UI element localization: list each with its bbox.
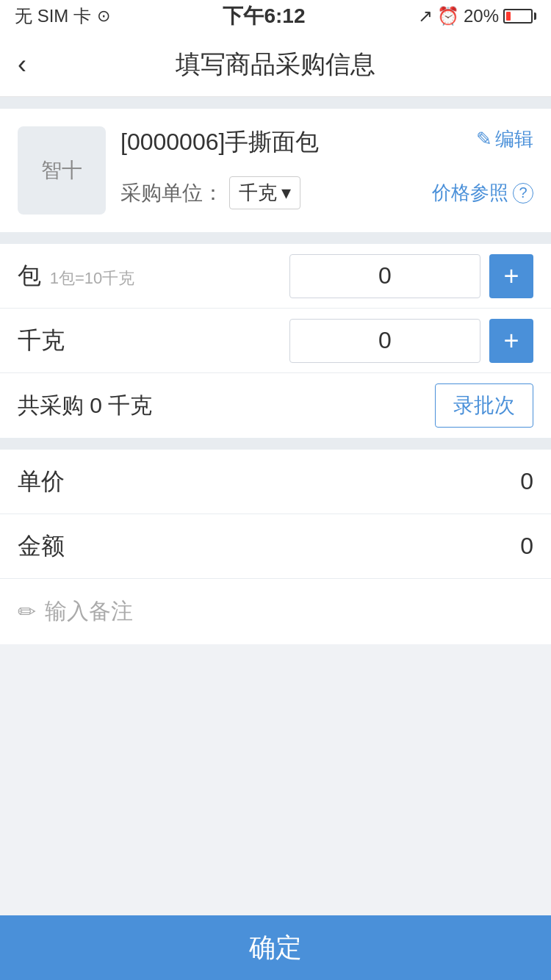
- bao-main-label: 包: [18, 262, 41, 289]
- input-section: 包 1包=10千克 0 + 千克 0 + 共采购 0 千克 录批次: [0, 244, 551, 438]
- bao-plus-button[interactable]: +: [489, 254, 533, 298]
- page-title: 填写商品采购信息: [176, 48, 375, 82]
- unit-price-row: 单价 0: [0, 450, 551, 514]
- status-right: ↗ ⏰ 20%: [418, 6, 536, 26]
- product-header: [0000006]手撕面包 ✎ 编辑: [120, 126, 533, 159]
- summary-text: 共采购 0 千克: [18, 391, 152, 421]
- amount-row: 金额 0: [0, 514, 551, 579]
- note-section[interactable]: ✏ 输入备注: [0, 579, 551, 644]
- price-ref-button[interactable]: 价格参照 ?: [432, 180, 533, 206]
- status-time: 下午6:12: [223, 2, 305, 30]
- kg-label-group: 千克: [18, 325, 106, 357]
- bao-input-right: 0 +: [134, 254, 533, 298]
- confirm-button[interactable]: 确定: [0, 915, 551, 980]
- unit-select[interactable]: 千克 ▾: [229, 176, 300, 209]
- product-info: [0000006]手撕面包 ✎ 编辑 采购单位： 千克 ▾ 价格参照 ?: [120, 126, 533, 209]
- mid-divider-2: [0, 438, 551, 450]
- back-button[interactable]: ‹: [18, 49, 26, 80]
- chevron-down-icon: ▾: [281, 181, 291, 204]
- summary-row: 共采购 0 千克 录批次: [0, 373, 551, 438]
- bao-number-input[interactable]: 0: [289, 254, 480, 298]
- kg-input-right: 0 +: [106, 319, 533, 363]
- price-ref-label: 价格参照: [432, 180, 508, 206]
- bao-sub-label: 1包=10千克: [50, 269, 135, 287]
- price-section: 单价 0 金额 0: [0, 450, 551, 579]
- top-divider: [0, 97, 551, 109]
- battery-icon: [503, 9, 536, 24]
- no-sim-text: 无 SIM 卡: [15, 4, 91, 28]
- batch-button[interactable]: 录批次: [435, 383, 533, 428]
- battery-percent: 20%: [464, 6, 499, 26]
- unit-price-value: 0: [520, 468, 533, 495]
- price-ref-help-icon: ?: [513, 183, 533, 203]
- pencil-icon: ✏: [18, 599, 36, 624]
- product-name: [0000006]手撕面包: [120, 126, 319, 159]
- confirm-button-label: 确定: [249, 930, 302, 966]
- bao-label-group: 包 1包=10千克: [18, 260, 134, 292]
- unit-label: 采购单位： 千克 ▾: [120, 176, 300, 209]
- product-unit-row: 采购单位： 千克 ▾ 价格参照 ?: [120, 176, 533, 209]
- kg-number-input[interactable]: 0: [289, 319, 480, 363]
- mid-divider-1: [0, 232, 551, 244]
- unit-price-label: 单价: [18, 466, 65, 498]
- edit-button[interactable]: ✎ 编辑: [476, 126, 533, 152]
- nav-bar: ‹ 填写商品采购信息: [0, 32, 551, 97]
- kg-main-label: 千克: [18, 327, 65, 353]
- edit-icon: ✎: [476, 128, 492, 151]
- amount-value: 0: [520, 533, 533, 560]
- wifi-icon: ⊙: [97, 7, 110, 26]
- note-placeholder: 输入备注: [45, 597, 133, 627]
- location-icon: ↗: [418, 6, 433, 26]
- status-left: 无 SIM 卡 ⊙: [15, 4, 110, 28]
- amount-label: 金额: [18, 530, 65, 563]
- kg-plus-button[interactable]: +: [489, 319, 533, 363]
- unit-value: 千克: [239, 180, 277, 206]
- unit-prefix: 采购单位：: [120, 179, 223, 207]
- product-card: 智十 [0000006]手撕面包 ✎ 编辑 采购单位： 千克 ▾: [0, 109, 551, 232]
- bao-input-row: 包 1包=10千克 0 +: [0, 244, 551, 309]
- main-content: 智十 [0000006]手撕面包 ✎ 编辑 采购单位： 千克 ▾: [0, 97, 551, 900]
- status-bar: 无 SIM 卡 ⊙ 下午6:12 ↗ ⏰ 20%: [0, 0, 551, 32]
- empty-area: [0, 644, 551, 835]
- product-image: 智十: [18, 126, 106, 215]
- product-logo-text: 智十: [41, 156, 82, 184]
- alarm-icon: ⏰: [437, 6, 459, 26]
- edit-label: 编辑: [495, 126, 533, 152]
- kg-input-row: 千克 0 +: [0, 309, 551, 373]
